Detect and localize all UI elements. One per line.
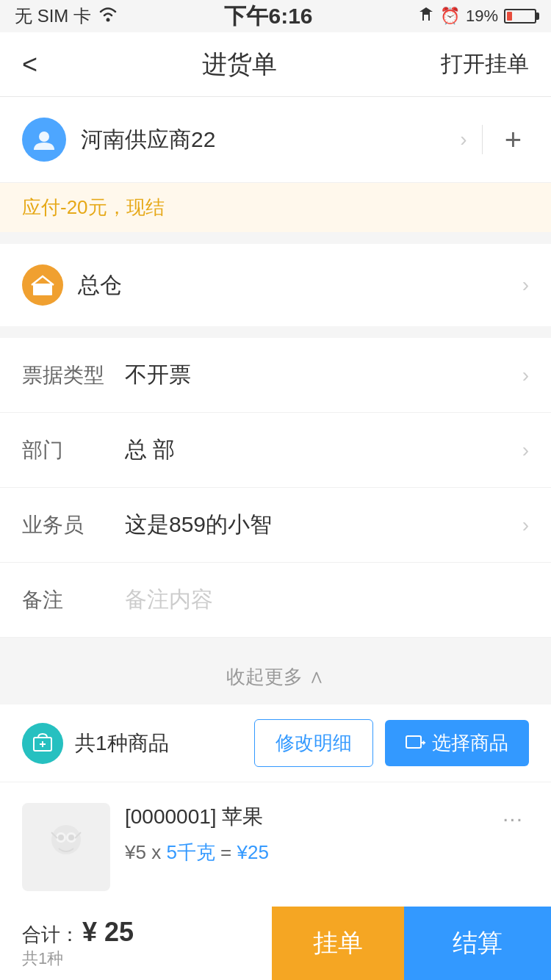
status-left: 无 SIM 卡 bbox=[15, 4, 119, 28]
status-bar: 无 SIM 卡 下午6:16 ⏰ 19% bbox=[0, 0, 551, 32]
back-button[interactable]: < bbox=[22, 49, 37, 80]
warehouse-section: 总仓 › bbox=[0, 244, 551, 326]
product-header: 共1种商品 修改明细 选择商品 bbox=[0, 705, 551, 782]
collapse-label: 收起更多 ∧ bbox=[226, 664, 324, 690]
status-time: 下午6:16 bbox=[224, 1, 312, 32]
hang-button[interactable]: 挂单 bbox=[272, 907, 404, 980]
warehouse-chevron-icon: › bbox=[522, 273, 529, 297]
product-info: [0000001] 苹果 ¥5 x 5千克 = ¥25 bbox=[125, 803, 497, 865]
product-section: 共1种商品 修改明细 选择商品 [00000 bbox=[0, 705, 551, 912]
alarm-icon: ⏰ bbox=[440, 7, 460, 26]
supplier-actions: › + bbox=[460, 123, 529, 156]
warehouse-icon bbox=[22, 264, 63, 306]
open-hang-button[interactable]: 打开挂单 bbox=[441, 49, 529, 79]
nav-bar: < 进货单 打开挂单 bbox=[0, 32, 551, 97]
status-right: ⏰ 19% bbox=[418, 6, 536, 26]
product-count-label: 共1种商品 bbox=[75, 729, 254, 757]
supplier-chevron-icon: › bbox=[460, 128, 467, 151]
product-price: ¥5 x 5千克 = ¥25 bbox=[125, 840, 497, 865]
invoice-type-row[interactable]: 票据类型 不开票 › bbox=[0, 338, 551, 413]
product-title: 苹果 bbox=[222, 805, 263, 828]
salesperson-chevron-icon: › bbox=[522, 514, 529, 537]
add-supplier-button[interactable]: + bbox=[497, 123, 529, 156]
location-icon bbox=[418, 6, 434, 26]
svg-rect-6 bbox=[406, 736, 421, 748]
total-sub: 共1种 bbox=[22, 948, 250, 970]
invoice-type-label: 票据类型 bbox=[22, 361, 110, 389]
supplier-row[interactable]: 河南供应商22 › + bbox=[0, 97, 551, 183]
select-product-button[interactable]: 选择商品 bbox=[385, 720, 529, 766]
total-label: 合计： bbox=[22, 922, 79, 948]
form-section: 票据类型 不开票 › 部门 总 部 › 业务员 这是859的小智 › 备注 备注… bbox=[0, 338, 551, 638]
salesperson-label: 业务员 bbox=[22, 511, 110, 539]
total-amount: ¥ 25 bbox=[82, 917, 134, 948]
price-x: x bbox=[151, 841, 166, 863]
supplier-section: 河南供应商22 › + 应付-20元，现结 bbox=[0, 97, 551, 232]
page-title: 进货单 bbox=[202, 48, 277, 82]
remark-row[interactable]: 备注 备注内容 bbox=[0, 563, 551, 638]
supplier-avatar bbox=[22, 118, 66, 162]
remark-label: 备注 bbox=[22, 586, 110, 614]
price-value: ¥5 bbox=[125, 841, 146, 863]
notice-bar: 应付-20元，现结 bbox=[0, 183, 551, 232]
divider bbox=[482, 125, 483, 154]
product-thumbnail bbox=[22, 803, 110, 891]
warehouse-row[interactable]: 总仓 › bbox=[0, 244, 551, 326]
bottom-bar: 合计： ¥ 25 共1种 挂单 结算 bbox=[0, 907, 551, 980]
battery-percent: 19% bbox=[466, 7, 498, 26]
battery-icon bbox=[504, 9, 536, 24]
checkout-button[interactable]: 结算 bbox=[404, 907, 551, 980]
remark-input[interactable]: 备注内容 bbox=[110, 585, 529, 615]
invoice-type-chevron-icon: › bbox=[522, 364, 529, 387]
product-item: [0000001] 苹果 ¥5 x 5千克 = ¥25 ··· bbox=[0, 782, 551, 912]
collapse-bar[interactable]: 收起更多 ∧ bbox=[0, 649, 551, 705]
product-code: [0000001] bbox=[125, 805, 217, 828]
product-section-icon bbox=[22, 723, 63, 764]
edit-detail-button[interactable]: 修改明细 bbox=[254, 719, 373, 767]
select-product-label: 选择商品 bbox=[432, 730, 508, 756]
svg-point-1 bbox=[39, 131, 49, 142]
svg-point-0 bbox=[107, 18, 110, 22]
wifi-icon bbox=[97, 6, 119, 26]
product-more-button[interactable]: ··· bbox=[497, 803, 529, 834]
warehouse-name: 总仓 bbox=[78, 270, 522, 300]
department-chevron-icon: › bbox=[522, 439, 529, 462]
product-name: [0000001] 苹果 bbox=[125, 803, 497, 831]
salesperson-value: 这是859的小智 bbox=[110, 510, 522, 540]
department-label: 部门 bbox=[22, 436, 110, 464]
supplier-name: 河南供应商22 bbox=[81, 125, 460, 155]
svg-point-12 bbox=[58, 835, 64, 840]
quantity-value: 5千克 bbox=[166, 841, 215, 863]
price-eq: = bbox=[220, 841, 237, 863]
department-value: 总 部 bbox=[110, 435, 522, 465]
department-row[interactable]: 部门 总 部 › bbox=[0, 413, 551, 488]
total-value: ¥25 bbox=[237, 841, 269, 863]
svg-point-9 bbox=[51, 825, 81, 854]
svg-rect-2 bbox=[33, 284, 52, 295]
salesperson-row[interactable]: 业务员 这是859的小智 › bbox=[0, 488, 551, 563]
svg-point-13 bbox=[68, 835, 74, 840]
invoice-type-value: 不开票 bbox=[110, 360, 522, 390]
total-area: 合计： ¥ 25 共1种 bbox=[0, 907, 272, 980]
carrier-label: 无 SIM 卡 bbox=[15, 4, 91, 28]
